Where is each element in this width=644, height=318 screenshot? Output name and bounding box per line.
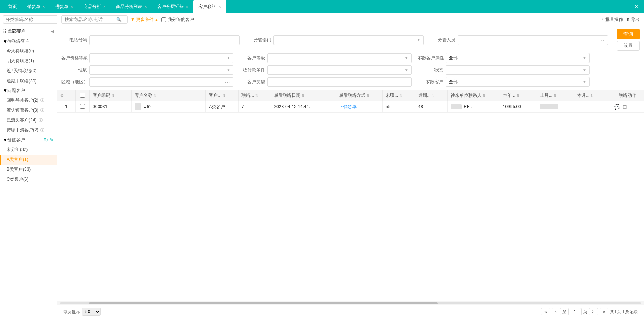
close-tab-product-list[interactable]: × [144,4,147,9]
cell-unlink-days: 55 [382,101,415,113]
content-area: 🔍 ▼ 更多条件 ▲ 我分管的客户 ☑ 批量操作 ⬆ 导出 [57,13,644,318]
col-header-contact[interactable]: 联络... ⇅ [238,90,271,101]
last-month-placeholder [540,104,558,109]
nature-chevron: ▼ [226,68,230,72]
sidebar-item-7days[interactable]: 近7天待联络(0) [0,66,57,76]
qr-icon[interactable]: ⊞ [623,104,627,110]
tab-customer-segment[interactable]: 客户分层经营 × [152,0,193,13]
close-tab-sales[interactable]: × [43,4,45,9]
nature-select[interactable]: ▼ [89,65,233,75]
my-customers-checkbox[interactable]: 我分管的客户 [161,17,194,23]
price-level-chevron: ▼ [226,56,230,60]
triangle-icon-pending: ▼ [3,39,7,44]
tab-customer-contact[interactable]: 客户联络 × [193,0,226,13]
filter-row-1: 电话号码 分管部门 ▼ 分管人员 ··· 查询 设置 [61,29,640,51]
tab-purchase[interactable]: 进货单 × [50,0,78,13]
export-icon: ⬆ [626,17,630,22]
col-header-code[interactable]: 客户编码 ⇅ [90,90,132,101]
scrollbar-thumb[interactable] [89,302,438,304]
customer-avatar [135,103,141,110]
prev-page-button[interactable]: < [552,308,561,315]
close-tab-customer-contact[interactable]: × [218,4,221,9]
more-conditions-btn[interactable]: ▼ 更多条件 ▲ [130,17,158,23]
group-value-customers: ▼ 价值客户 ↻ ✎ [0,135,57,145]
sidebar-item-abnormal[interactable]: 回购异常客户(2) ⓘ [0,95,57,105]
window-close-button[interactable]: × [632,3,641,10]
horizontal-scrollbar[interactable] [57,301,644,305]
tab-home[interactable]: 首页 [3,0,22,13]
sort-icon-contact: ⇅ [255,93,258,98]
col-header-overdue[interactable]: 逾期... ⇅ [415,90,448,101]
sidebar-search-input[interactable] [3,15,57,24]
settings-col-icon[interactable]: ⚙ [60,93,64,98]
filter-phone: 电话号码 [61,35,240,45]
phone-input[interactable] [89,35,240,45]
row-checkbox[interactable] [80,104,85,109]
tab-product-analysis[interactable]: 商品分析 × [78,0,111,13]
region-input[interactable]: ··· [89,77,233,87]
last-method-link[interactable]: 下销货单 [339,104,357,109]
select-all-checkbox[interactable] [80,93,85,98]
sidebar-item-churn-warning[interactable]: 流失预警客户(3) ⓘ [0,105,57,115]
edit-value-icon[interactable]: ✎ [50,137,54,143]
all-customers-header[interactable]: ⠿ 全部客户 ◀ [0,26,57,37]
page-number-input[interactable] [568,308,582,315]
col-header-unlink-days[interactable]: 未联... ⇅ [382,90,415,101]
collapse-icon[interactable]: ◀ [51,29,54,34]
query-button[interactable]: 查询 [617,29,640,39]
sidebar-item-today[interactable]: 今天待联络(0) [0,46,57,56]
filter-search-input[interactable] [65,17,116,22]
col-header-class[interactable]: 客户... ⇅ [206,90,239,101]
filter-payment: 收付款条件 ▼ [239,65,411,75]
cell-checkbox[interactable] [76,101,90,113]
sidebar-item-churned[interactable]: 已流失客户(24) ⓘ [0,115,57,125]
first-page-button[interactable]: « [541,308,550,315]
price-level-label: 客户价格等级 [61,55,87,61]
col-header-this-month[interactable]: 本月... ⇅ [574,90,611,101]
filter-search-icon[interactable]: 🔍 [116,17,122,22]
sidebar-item-class-b[interactable]: B类客户(33) [0,165,57,174]
retail-attr-select[interactable]: 全部▼ [446,53,590,63]
close-tab-product-analysis[interactable]: × [103,4,105,9]
sidebar-item-tomorrow[interactable]: 明天待联络(1) [0,56,57,66]
settings-button[interactable]: 设置 [617,41,640,51]
batch-op-button[interactable]: ☑ 批量操作 [600,17,623,23]
export-button[interactable]: ⬆ 导出 [626,17,640,23]
close-tab-customer-segment[interactable]: × [186,4,188,9]
col-header-checkbox[interactable] [76,90,90,101]
tab-sales[interactable]: 销货单 × [22,0,50,13]
refresh-value-icon[interactable]: ↻ [44,137,48,143]
col-header-last-date[interactable]: 最后联络日期 ⇅ [271,90,336,101]
sidebar-item-class-c[interactable]: C类客户(6) [0,174,57,184]
retail-select[interactable]: 全部▼ [446,77,590,87]
triangle-icon-value: ▼ [3,137,7,142]
col-header-last-method[interactable]: 最后联络方式 ⇅ [336,90,383,101]
dept-label: 分管部门 [246,37,271,43]
customer-level-select[interactable]: ▼ [267,53,411,63]
sidebar-item-declining[interactable]: 持续下滑客户(2) ⓘ [0,125,57,135]
payment-select[interactable]: ▼ [267,65,411,75]
col-header-year-amount[interactable]: 本年... ⇅ [500,90,537,101]
sidebar-item-overdue[interactable]: 逾期未联络(30) [0,76,57,86]
page-size-select[interactable]: 50 100 [82,308,101,316]
close-tab-purchase[interactable]: × [71,4,73,9]
filter-region: 区域（地区） ··· [61,77,233,87]
chat-icon[interactable]: 💬 [614,104,620,110]
my-customers-check[interactable] [161,17,166,22]
sidebar-item-class-a[interactable]: A类客户(1) [0,155,57,165]
dept-select[interactable]: ▼ [273,35,424,45]
col-header-name[interactable]: 客户名称 ⇅ [131,90,205,101]
col-header-actions: 联络动作 [611,90,644,101]
status-select[interactable]: ▼ [446,65,590,75]
next-page-button[interactable]: > [589,308,598,315]
sidebar-item-unclassified[interactable]: 未分组(32) [0,145,57,155]
tab-product-list[interactable]: 商品分析列表 × [111,0,152,13]
col-header-prev-contact[interactable]: 往来单位联系人 ⇅ [448,90,500,101]
col-header-last-month[interactable]: 上月... ⇅ [537,90,574,101]
price-level-select[interactable]: ▼ [89,53,233,63]
last-page-button[interactable]: » [600,308,609,315]
manager-input[interactable]: ··· [458,35,608,45]
cell-actions: 💬 ⊞ [611,101,644,113]
customer-type-select[interactable] [267,77,411,87]
advanced-filter: 电话号码 分管部门 ▼ 分管人员 ··· 查询 设置 [57,26,644,90]
